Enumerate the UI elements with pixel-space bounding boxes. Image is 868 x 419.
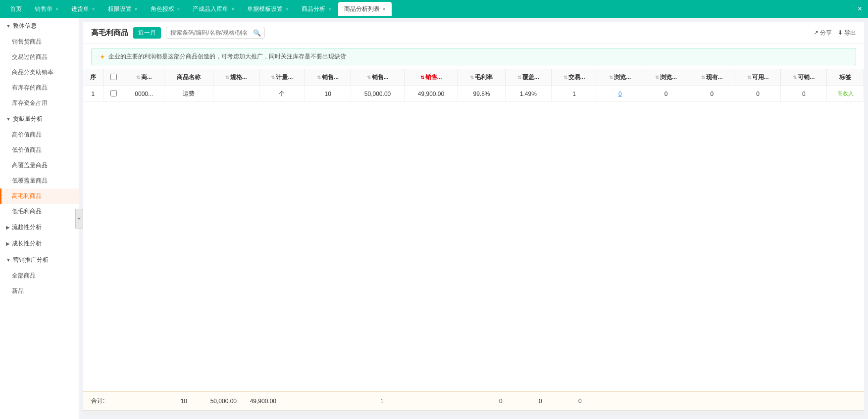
close-analysis-list-icon[interactable]: × [383, 6, 386, 12]
sidebar-item-sales-goods[interactable]: 销售货商品 [0, 34, 79, 49]
close-product-stock-icon[interactable]: × [231, 6, 234, 12]
sidebar-item-low-gross[interactable]: 低毛利商品 [0, 204, 79, 219]
close-roles-icon[interactable]: × [177, 6, 180, 12]
cell-sales2: 50,000.00 [351, 86, 405, 102]
content-header: 高毛利商品 近一月 🔍 ↗ 分享 ⬇ 导出 [83, 22, 864, 44]
col-spec[interactable]: ⇅规格... [213, 69, 259, 86]
close-permissions-icon[interactable]: × [135, 6, 138, 12]
sidebar-group-growth-label: 成长性分析 [12, 239, 42, 248]
horizontal-scrollbar[interactable] [83, 410, 864, 415]
nav-tab-roles[interactable]: 角色授权 × [145, 2, 186, 16]
window-close-button[interactable]: × [856, 2, 864, 15]
share-label: 分享 [820, 29, 832, 37]
sidebar-group-marketing[interactable]: ▼ 营销推广分析 [0, 252, 79, 268]
sidebar-item-high-value[interactable]: 高价值商品 [0, 127, 79, 142]
sidebar-item-high-coverage[interactable]: 高覆盖量商品 [0, 158, 79, 173]
cell-current: 0 [689, 86, 735, 102]
cell-sales3: 49,900.00 [405, 86, 458, 102]
cell-code: 0000... [124, 86, 164, 102]
info-banner-text: 企业的主要的利润都是这部分商品创造的，可考虑加大推广，同时关注库存是不要出现缺货 [108, 52, 346, 61]
nav-tab-template[interactable]: 单据模板设置 × [241, 2, 295, 16]
footer-sales2: 50,000.00 [204, 398, 243, 405]
nav-tab-sales[interactable]: 销售单 × [29, 2, 64, 16]
close-analysis-icon[interactable]: × [328, 6, 331, 12]
col-unit[interactable]: ⇅计量... [259, 69, 305, 86]
share-button[interactable]: ↗ 分享 [814, 29, 832, 37]
col-current[interactable]: ⇅现有... [689, 69, 735, 86]
sidebar-group-marketing-label: 营销推广分析 [13, 256, 49, 264]
sidebar-item-all-goods[interactable]: 全部商品 [0, 268, 79, 283]
col-coverage[interactable]: ⇅覆盖... [505, 69, 551, 86]
sidebar-item-low-coverage[interactable]: 低覆盖量商品 [0, 173, 79, 188]
cell-seq: 1 [83, 86, 103, 102]
sidebar-group-flow[interactable]: ▶ 流趋性分析 [0, 219, 79, 235]
close-purchase-icon[interactable]: × [92, 6, 95, 12]
nav-tab-analysis-list-label: 商品分析列表 [344, 5, 380, 13]
nav-tab-permissions[interactable]: 权限设置 × [102, 2, 144, 16]
cell-unit: 个 [259, 86, 305, 102]
col-sellable[interactable]: ⇅可销... [781, 69, 827, 86]
col-available[interactable]: ⇅可用... [735, 69, 781, 86]
col-sales2[interactable]: ⇅销售... [351, 69, 405, 86]
export-button[interactable]: ⬇ 导出 [838, 29, 856, 37]
main-layout: ▼ 整体信息 销售货商品 交易过的商品 商品分类助销率 有库存的商品 库存资金占… [0, 18, 868, 419]
sidebar-group-growth[interactable]: ▶ 成长性分析 [0, 235, 79, 252]
sidebar-group-overview-label: 整体信息 [13, 22, 37, 30]
cell-checkbox[interactable] [103, 86, 124, 102]
cell-gross-rate: 99.8% [458, 86, 506, 102]
sidebar-group-overview[interactable]: ▼ 整体信息 [0, 18, 79, 34]
footer-sellable: 0 [560, 398, 600, 405]
nav-tab-permissions-label: 权限设置 [108, 5, 132, 13]
nav-tab-home[interactable]: 首页 [4, 2, 28, 16]
footer-sales3: 49,900.00 [243, 398, 283, 405]
footer-label: 合计: [91, 397, 104, 405]
col-sales1[interactable]: ⇅销售... [305, 69, 351, 86]
nav-tab-home-label: 首页 [10, 5, 22, 13]
col-tag: 标签 [827, 69, 864, 86]
sidebar-item-traded-goods[interactable]: 交易过的商品 [0, 49, 79, 65]
col-seq: 序 [83, 69, 103, 86]
chevron-right-icon-2: ▶ [6, 241, 10, 246]
top-nav: 首页 销售单 × 进货单 × 权限设置 × 角色授权 × 产成品入库单 × 单据… [0, 0, 868, 18]
col-gross-rate[interactable]: ⇅毛利率 [458, 69, 506, 86]
select-all-checkbox[interactable] [110, 74, 117, 80]
nav-tab-purchase[interactable]: 进货单 × [65, 2, 101, 16]
col-browse1[interactable]: ⇅浏览... [597, 69, 643, 86]
time-filter-button[interactable]: 近一月 [133, 27, 161, 39]
col-sales3[interactable]: ⇅销售... [405, 69, 458, 86]
col-transactions[interactable]: ⇅交易... [551, 69, 597, 86]
sidebar-item-category-rate[interactable]: 商品分类助销率 [0, 65, 79, 80]
content-area: 高毛利商品 近一月 🔍 ↗ 分享 ⬇ 导出 ✦ 企业的主要的利润都是这部分商品创… [83, 22, 864, 415]
sidebar-collapse-button[interactable]: « [75, 209, 83, 229]
col-name: 商品名称 [164, 69, 213, 86]
footer-available: 0 [520, 398, 560, 405]
close-sales-icon[interactable]: × [55, 6, 58, 12]
cell-sellable: 0 [781, 86, 827, 102]
sidebar: ▼ 整体信息 销售货商品 交易过的商品 商品分类助销率 有库存的商品 库存资金占… [0, 18, 79, 419]
chevron-right-icon: ▶ [6, 225, 10, 230]
col-browse2[interactable]: ⇅浏览... [643, 69, 689, 86]
data-table: 序 ⇅商... 商品名称 ⇅规格... ⇅计量... ⇅销售... ⇅销售...… [83, 69, 864, 102]
row-checkbox[interactable] [110, 90, 117, 96]
col-code[interactable]: ⇅商... [124, 69, 164, 86]
cell-transactions: 1 [551, 86, 597, 102]
table-header-row: 序 ⇅商... 商品名称 ⇅规格... ⇅计量... ⇅销售... ⇅销售...… [83, 69, 864, 86]
nav-tab-purchase-label: 进货单 [71, 5, 89, 13]
search-input[interactable] [166, 27, 265, 39]
sidebar-item-in-stock[interactable]: 有库存的商品 [0, 80, 79, 95]
chevron-down-icon-3: ▼ [6, 257, 11, 263]
sidebar-item-stock-capital[interactable]: 库存资金占用 [0, 95, 79, 111]
nav-tab-product-stock[interactable]: 产成品入库单 × [187, 2, 240, 16]
sidebar-item-new-goods[interactable]: 新品 [0, 283, 79, 299]
sidebar-item-low-value[interactable]: 低价值商品 [0, 142, 79, 158]
footer-total: 合计: 10 50,000.00 49,900.00 1 0 0 0 [83, 391, 864, 410]
info-banner: ✦ 企业的主要的利润都是这部分商品创造的，可考虑加大推广，同时关注库存是不要出现… [91, 48, 856, 65]
cell-browse2: 0 [643, 86, 689, 102]
close-template-icon[interactable]: × [286, 6, 289, 12]
sidebar-group-contribution[interactable]: ▼ 贡献量分析 [0, 111, 79, 127]
cell-browse1[interactable]: 0 [597, 86, 643, 102]
nav-tab-analysis-list[interactable]: 商品分析列表 × [338, 2, 392, 16]
nav-tab-analysis[interactable]: 商品分析 × [296, 2, 337, 16]
sidebar-item-high-gross[interactable]: 高毛利商品 [0, 188, 79, 204]
share-icon: ↗ [814, 29, 818, 36]
